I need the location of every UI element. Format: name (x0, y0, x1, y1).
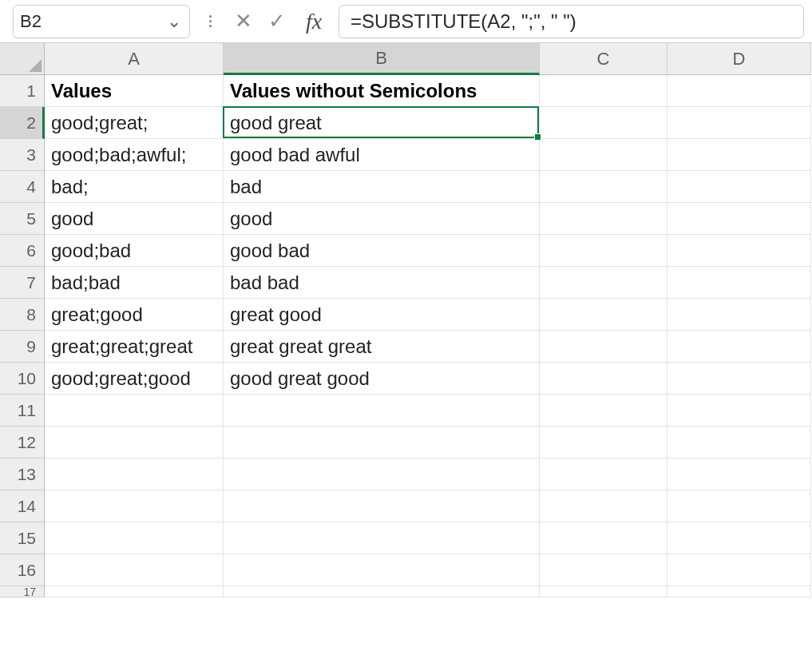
cell-D10[interactable] (667, 363, 811, 395)
cell-B5[interactable]: good (224, 203, 540, 235)
row-header-2[interactable]: 2 (0, 107, 45, 139)
fill-handle[interactable] (534, 133, 541, 141)
cell-B15[interactable] (224, 522, 540, 554)
chevron-down-icon[interactable]: ⌄ (167, 11, 181, 32)
cell-C6[interactable] (540, 235, 667, 267)
cell-C1[interactable] (540, 75, 667, 107)
row-header-13[interactable]: 13 (0, 459, 45, 490)
cell-B16[interactable] (224, 554, 540, 586)
table-row (45, 522, 811, 554)
cell-D3[interactable] (667, 139, 811, 171)
column-header-C[interactable]: C (540, 43, 667, 75)
cell-D6[interactable] (667, 235, 811, 267)
cell-B1[interactable]: Values without Semicolons (224, 75, 540, 107)
name-box-value: B2 (20, 11, 42, 32)
row-header-14[interactable]: 14 (0, 490, 45, 522)
cell-A1[interactable]: Values (45, 75, 224, 107)
name-box[interactable]: B2 ⌄ (13, 5, 190, 38)
cell-A13[interactable] (45, 459, 224, 490)
cell-A2[interactable]: good;great; (45, 107, 224, 139)
cancel-icon[interactable]: ✕ (227, 9, 260, 34)
cell-B14[interactable] (224, 490, 540, 522)
cell-C8[interactable] (540, 299, 667, 331)
cell-C17[interactable] (540, 586, 667, 597)
column-header-A[interactable]: A (45, 43, 224, 75)
cell-B12[interactable] (224, 427, 540, 459)
cell-A11[interactable] (45, 395, 224, 427)
row-header-7[interactable]: 7 (0, 267, 45, 299)
cell-C5[interactable] (540, 203, 667, 235)
row-header-16[interactable]: 16 (0, 554, 45, 586)
column-header-D[interactable]: D (667, 43, 811, 75)
cell-D14[interactable] (667, 490, 811, 522)
cell-A10[interactable]: good;great;good (45, 363, 224, 395)
cell-B4[interactable]: bad (224, 171, 540, 203)
row-header-12[interactable]: 12 (0, 427, 45, 459)
cell-C13[interactable] (540, 459, 667, 490)
select-all-corner[interactable] (0, 43, 45, 75)
cell-A15[interactable] (45, 522, 224, 554)
cell-A17[interactable] (45, 586, 224, 597)
cell-C9[interactable] (540, 331, 667, 363)
cell-A3[interactable]: good;bad;awful; (45, 139, 224, 171)
cell-C10[interactable] (540, 363, 667, 395)
cell-A9[interactable]: great;great;great (45, 331, 224, 363)
row-header-10[interactable]: 10 (0, 363, 45, 395)
row-header-9[interactable]: 9 (0, 331, 45, 363)
accept-icon[interactable]: ✓ (260, 9, 294, 34)
cell-D1[interactable] (667, 75, 811, 107)
cell-D7[interactable] (667, 267, 811, 299)
cell-D9[interactable] (667, 331, 811, 363)
cell-B10[interactable]: good great good (224, 363, 540, 395)
cell-C16[interactable] (540, 554, 667, 586)
cell-C11[interactable] (540, 395, 667, 427)
cells-area[interactable]: ValuesValues without Semicolonsgood;grea… (45, 75, 811, 597)
cell-D12[interactable] (667, 427, 811, 459)
row-header-6[interactable]: 6 (0, 235, 45, 267)
row-header-15[interactable]: 15 (0, 522, 45, 554)
cell-A4[interactable]: bad; (45, 171, 224, 203)
cell-A12[interactable] (45, 427, 224, 459)
cell-A6[interactable]: good;bad (45, 235, 224, 267)
column-header-B[interactable]: B (224, 43, 540, 75)
cell-D4[interactable] (667, 171, 811, 203)
cell-B8[interactable]: great good (224, 299, 540, 331)
row-header-17[interactable]: 17 (0, 586, 45, 597)
cell-B13[interactable] (224, 459, 540, 490)
cell-A8[interactable]: great;good (45, 299, 224, 331)
row-header-4[interactable]: 4 (0, 171, 45, 203)
row-header-11[interactable]: 11 (0, 395, 45, 427)
cell-A5[interactable]: good (45, 203, 224, 235)
cell-A16[interactable] (45, 554, 224, 586)
cell-C3[interactable] (540, 139, 667, 171)
cell-D17[interactable] (667, 586, 811, 597)
cell-C12[interactable] (540, 427, 667, 459)
cell-D16[interactable] (667, 554, 811, 586)
cell-B17[interactable] (224, 586, 540, 597)
row-header-5[interactable]: 5 (0, 203, 45, 235)
cell-C7[interactable] (540, 267, 667, 299)
cell-C2[interactable] (540, 107, 667, 139)
cell-A7[interactable]: bad;bad (45, 267, 224, 299)
cell-C4[interactable] (540, 171, 667, 203)
formula-bar-input[interactable]: =SUBSTITUTE(A2, ";", " ") (339, 5, 804, 38)
cell-B2[interactable]: good great (224, 107, 540, 139)
cell-B9[interactable]: great great great (224, 331, 540, 363)
row-header-8[interactable]: 8 (0, 299, 45, 331)
cell-C15[interactable] (540, 522, 667, 554)
cell-D13[interactable] (667, 459, 811, 490)
cell-D8[interactable] (667, 299, 811, 331)
cell-B11[interactable] (224, 395, 540, 427)
cell-D2[interactable] (667, 107, 811, 139)
cell-B3[interactable]: good bad awful (224, 139, 540, 171)
insert-function-icon[interactable]: fx (294, 9, 334, 34)
cell-B6[interactable]: good bad (224, 235, 540, 267)
cell-A14[interactable] (45, 490, 224, 522)
row-header-3[interactable]: 3 (0, 139, 45, 171)
cell-D5[interactable] (667, 203, 811, 235)
row-header-1[interactable]: 1 (0, 75, 45, 107)
cell-D11[interactable] (667, 395, 811, 427)
cell-D15[interactable] (667, 522, 811, 554)
cell-B7[interactable]: bad bad (224, 267, 540, 299)
cell-C14[interactable] (540, 490, 667, 522)
